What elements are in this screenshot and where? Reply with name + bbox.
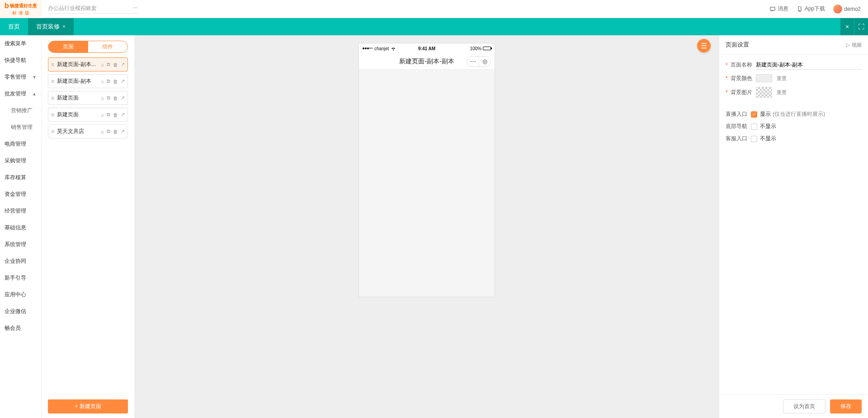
copy-icon[interactable]: ⧉ [107,95,110,101]
store-selector[interactable]: 办公品行业模拟账套 ﹀ [48,5,138,14]
set-home-button[interactable]: 设为首页 [783,399,826,413]
tabs-fullscreen[interactable]: ⛶ [854,18,868,35]
tab-page-decor[interactable]: 首页装修 × [28,18,74,35]
signal-icon [363,48,373,49]
sidebar-appcenter[interactable]: 应用中心 [0,286,41,303]
home-icon[interactable]: ⌂ [101,62,104,67]
page-list-item[interactable]: ≡新建页面-副本⌂⧉🗑↗ [48,74,128,88]
sidebar-sales[interactable]: 销售管理 [0,119,41,136]
status-time: 9:41 AM [418,46,435,51]
sidebar-purchase[interactable]: 采购管理 [0,152,41,169]
sidebar-search[interactable]: 搜索菜单 [0,35,41,52]
sidebar-marketing[interactable]: 营销推广 [0,102,41,119]
seg-component[interactable]: 组件 [88,41,128,52]
top-bar: b畅捷通好生意 标准版 办公品行业模拟账套 ﹀ 消息 App下载 demo2 [0,0,868,18]
delete-icon[interactable]: 🗑 [113,129,118,134]
video-help-link[interactable]: ▷ 视频 [846,42,862,48]
tabs-close-all[interactable]: × [840,18,854,35]
sidebar-member[interactable]: 畅会员 [0,320,41,337]
drag-handle-icon[interactable]: ≡ [51,128,54,135]
sidebar-enterprise[interactable]: 企业协同 [0,253,41,270]
home-icon[interactable]: ⌂ [101,79,104,84]
home-icon[interactable]: ⌂ [101,129,104,134]
phone-preview: chanjet 9:41 AM 100% 新建页面-副本-副本 ⋯ ◎ [359,43,495,297]
sidebar-system[interactable]: 系统管理 [0,236,41,253]
sidebar-quicknav[interactable]: 快捷导航 [0,52,41,69]
panel-toggle-fab[interactable]: ☰ [697,39,711,52]
bg-color-reset[interactable]: 重置 [777,75,787,82]
page-list-item[interactable]: ≡新建页面⌂⧉🗑↗ [48,91,128,105]
sidebar-ecommerce[interactable]: 电商管理 [0,136,41,152]
seg-page[interactable]: 页面 [48,41,88,52]
page-item-name: 新建页面-副本... [57,61,98,68]
page-list-item[interactable]: ≡新建页面-副本...⌂⧉🗑↗ [48,57,128,71]
delete-icon[interactable]: 🗑 [113,112,118,118]
page-list-item[interactable]: ≡新建页面⌂⧉🗑↗ [48,108,128,122]
sidebar-basic[interactable]: 基础信息 [0,219,41,236]
tab-home[interactable]: 首页 [0,18,28,35]
bg-image-reset[interactable]: 重置 [777,89,787,96]
service-checkbox[interactable] [751,136,757,142]
battery-percent: 100% [470,46,481,51]
mobile-icon [797,6,803,12]
copy-icon[interactable]: ⧉ [107,112,110,118]
bg-color-swatch[interactable] [756,74,772,82]
delete-icon[interactable]: 🗑 [113,95,118,101]
app-download-button[interactable]: App下载 [797,5,825,13]
sidebar-wholesale[interactable]: 批发管理▲ [0,86,41,102]
preview-canvas: ☰ chanjet 9:41 AM 100% 新建页面-副本-副本 [135,35,719,418]
phone-body[interactable] [359,70,495,297]
messages-button[interactable]: 消息 [769,5,788,13]
copy-icon[interactable]: ⧉ [107,128,110,134]
caret-up-icon: ▲ [32,91,37,96]
avatar-icon [833,5,842,14]
live-entry-checkbox[interactable]: ✓ [751,111,757,118]
service-label: 客服入口 [726,135,751,142]
drag-handle-icon[interactable]: ≡ [51,112,54,118]
sidebar-retail[interactable]: 零售管理▼ [0,69,41,86]
drag-handle-icon[interactable]: ≡ [51,95,54,101]
play-icon: ▷ [846,42,850,48]
delete-icon[interactable]: 🗑 [113,62,118,67]
delete-icon[interactable]: 🗑 [113,79,118,84]
phone-page-title: 新建页面-副本-副本 [399,57,454,66]
sidebar-inventory[interactable]: 库存核算 [0,169,41,186]
message-icon [769,6,776,12]
page-name-input[interactable] [756,60,862,70]
store-name: 办公品行业模拟账套 [48,5,97,12]
sidebar: 搜索菜单 快捷导航 零售管理▼ 批发管理▲ 营销推广 销售管理 电商管理 采购管… [0,35,42,418]
home-icon[interactable]: ⌂ [101,112,104,118]
export-icon[interactable]: ↗ [121,78,125,84]
bg-image-swatch[interactable] [756,87,772,98]
caret-down-icon: ▼ [32,75,37,80]
close-icon[interactable]: × [62,24,66,30]
sidebar-finance[interactable]: 资金管理 [0,186,41,203]
brand-logo: b畅捷通好生意 标准版 [0,0,42,18]
user-menu[interactable]: demo2 [833,5,861,14]
copy-icon[interactable]: ⧉ [107,78,110,84]
export-icon[interactable]: ↗ [121,112,125,118]
home-icon[interactable]: ⌂ [101,95,104,101]
drag-handle-icon[interactable]: ≡ [51,78,54,85]
capsule-more-icon[interactable]: ⋯ [467,57,479,66]
bottomnav-checkbox[interactable] [751,124,757,130]
page-name-label: 页面名称 [731,61,756,69]
wifi-icon [391,46,396,51]
page-list-item[interactable]: ≡昊天文具店⌂⧉🗑↗ [48,124,128,138]
sidebar-guide[interactable]: 新手引导 [0,270,41,286]
settings-panel: 页面设置 ▷ 视频 * 页面名称 * 背景颜色 重置 [719,35,868,418]
sidebar-wework[interactable]: 企业微信 [0,303,41,320]
bg-color-label: 背景颜色 [731,75,756,82]
capsule-target-icon[interactable]: ◎ [479,57,491,66]
sidebar-operation[interactable]: 经营管理 [0,203,41,219]
export-icon[interactable]: ↗ [121,95,125,101]
required-mark: * [726,62,728,68]
new-page-button[interactable]: + 新建页面 [48,399,128,413]
export-icon[interactable]: ↗ [121,62,125,67]
copy-icon[interactable]: ⧉ [107,62,110,67]
drag-handle-icon[interactable]: ≡ [51,62,54,68]
export-icon[interactable]: ↗ [121,128,125,134]
save-button[interactable]: 保存 [830,399,862,413]
tab-strip: 首页 首页装修 × × ⛶ [0,18,868,35]
page-item-name: 新建页面-副本 [57,77,98,85]
